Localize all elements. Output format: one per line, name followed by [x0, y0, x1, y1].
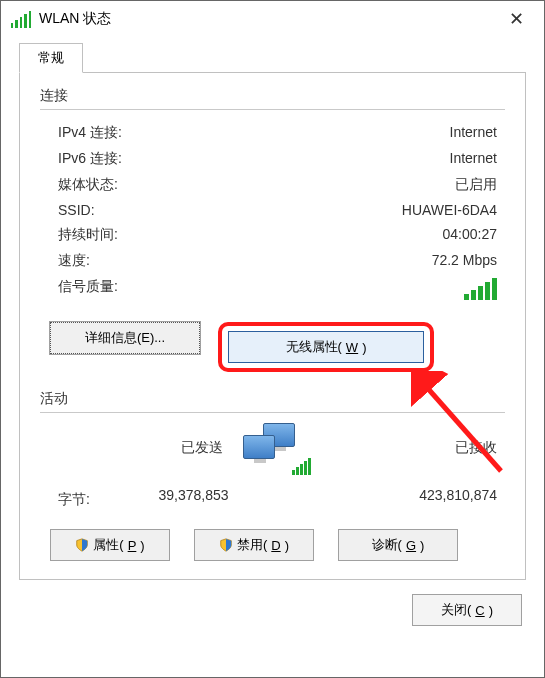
details-button[interactable]: 详细信息(E)...	[50, 322, 200, 354]
ipv4-label: IPv4 连接:	[58, 124, 122, 142]
row-speed: 速度: 72.2 Mbps	[40, 248, 505, 274]
tabstrip: 常规	[19, 43, 526, 73]
duration-value: 04:00:27	[443, 226, 498, 244]
activity-header-row: 已发送 已接收	[40, 423, 505, 473]
media-label: 媒体状态:	[58, 176, 118, 194]
quality-value	[464, 278, 497, 300]
dialog-content: 常规 连接 IPv4 连接: Internet IPv6 连接: Interne…	[1, 37, 544, 640]
diagnose-prefix: 诊断(	[372, 536, 402, 554]
close-key: C	[475, 603, 484, 618]
titlebar: WLAN 状态 ✕	[1, 1, 544, 37]
wireless-properties-button[interactable]: 无线属性(W)	[228, 331, 424, 363]
divider	[40, 109, 505, 110]
properties-button[interactable]: 属性(P)	[50, 529, 170, 561]
row-ipv4: IPv4 连接: Internet	[40, 120, 505, 146]
disable-suffix: )	[285, 538, 289, 553]
ssid-label: SSID:	[58, 202, 95, 218]
diagnose-key: G	[406, 538, 416, 553]
divider	[40, 412, 505, 413]
bytes-sent: 39,378,853	[40, 487, 233, 503]
row-quality: 信号质量:	[40, 274, 505, 304]
button-row-top: 详细信息(E)... 无线属性(W)	[50, 322, 505, 372]
shield-icon	[219, 538, 233, 552]
properties-key: P	[128, 538, 137, 553]
signal-bars-icon	[464, 278, 497, 300]
tab-general[interactable]: 常规	[19, 43, 83, 73]
ipv6-value: Internet	[450, 150, 497, 168]
recv-header: 已接收	[313, 439, 506, 457]
window-title: WLAN 状态	[39, 10, 496, 28]
close-suffix: )	[489, 603, 493, 618]
quality-label: 信号质量:	[58, 278, 118, 300]
bytes-recv: 423,810,874	[313, 487, 506, 503]
ipv4-value: Internet	[450, 124, 497, 142]
wlan-props-suffix: )	[362, 340, 366, 355]
section-activity-title: 活动	[40, 390, 505, 408]
activity-icon-cell	[233, 423, 313, 473]
button-row-bottom: 属性(P) 禁用(D) 诊断(G)	[50, 529, 505, 561]
diagnose-button[interactable]: 诊断(G)	[338, 529, 458, 561]
annotation-highlight: 无线属性(W)	[218, 322, 434, 372]
activity-block: 已发送 已接收 字节: 39,3	[40, 423, 505, 503]
network-activity-icon	[241, 423, 305, 473]
row-media: 媒体状态: 已启用	[40, 172, 505, 198]
wlan-props-key: W	[346, 340, 358, 355]
row-duration: 持续时间: 04:00:27	[40, 222, 505, 248]
diagnose-suffix: )	[420, 538, 424, 553]
ipv6-label: IPv6 连接:	[58, 150, 122, 168]
disable-button[interactable]: 禁用(D)	[194, 529, 314, 561]
media-value: 已启用	[455, 176, 497, 194]
duration-label: 持续时间:	[58, 226, 118, 244]
section-connection-title: 连接	[40, 87, 505, 105]
sent-header: 已发送	[40, 439, 233, 457]
speed-value: 72.2 Mbps	[432, 252, 497, 270]
properties-suffix: )	[140, 538, 144, 553]
dialog-bottom-row: 关闭(C)	[19, 580, 522, 626]
row-ipv6: IPv6 连接: Internet	[40, 146, 505, 172]
shield-icon	[75, 538, 89, 552]
signal-bars-icon	[292, 458, 311, 475]
window-close-button[interactable]: ✕	[496, 5, 536, 33]
tab-page-general: 连接 IPv4 连接: Internet IPv6 连接: Internet 媒…	[19, 73, 526, 580]
signal-strength-icon	[11, 10, 31, 28]
activity-values-row: 39,378,853 423,810,874	[40, 487, 505, 503]
properties-prefix: 属性(	[93, 536, 123, 554]
close-prefix: 关闭(	[441, 601, 471, 619]
row-ssid: SSID: HUAWEI-6DA4	[40, 198, 505, 222]
close-button[interactable]: 关闭(C)	[412, 594, 522, 626]
wlan-props-prefix: 无线属性(	[286, 338, 342, 356]
disable-key: D	[271, 538, 280, 553]
speed-label: 速度:	[58, 252, 90, 270]
disable-prefix: 禁用(	[237, 536, 267, 554]
ssid-value: HUAWEI-6DA4	[402, 202, 497, 218]
